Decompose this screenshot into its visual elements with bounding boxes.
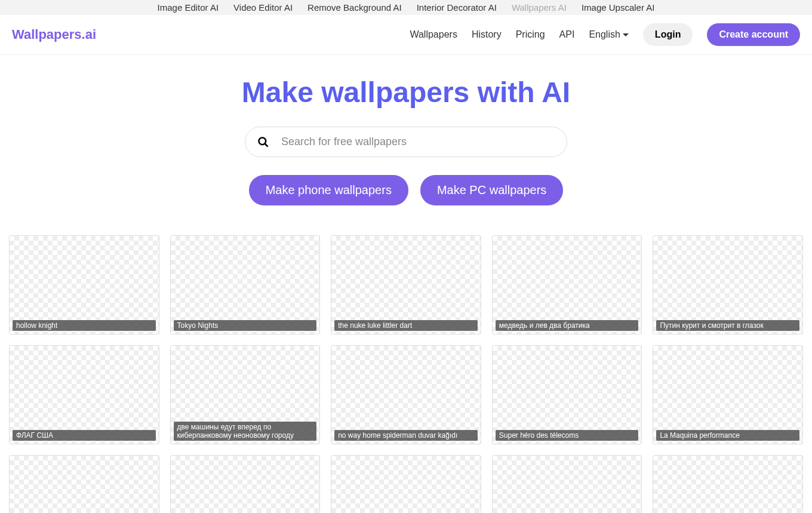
nav-history[interactable]: History [472, 29, 502, 40]
search-icon [257, 136, 269, 148]
wallpaper-card[interactable]: hollow knight [9, 235, 159, 334]
login-button[interactable]: Login [643, 23, 693, 46]
wallpaper-caption: Super héro des télecoms [496, 430, 639, 441]
wallpaper-card[interactable]: leao da tribo de juda [170, 455, 321, 513]
wallpaper-caption: ФЛАГ США [13, 430, 156, 441]
top-bar-interior-decorator[interactable]: Interior Decorator AI [417, 2, 497, 13]
wallpaper-card[interactable]: no way home spiderman duvar kağıdı [331, 345, 481, 444]
wallpaper-caption: две машины едут вперед по киберпанковому… [174, 422, 317, 441]
header: Wallpapers.ai Wallpapers History Pricing… [0, 15, 812, 55]
search-box[interactable] [245, 127, 567, 157]
wallpaper-card[interactable]: медведь и лев два братика [492, 235, 642, 334]
svg-line-1 [265, 143, 268, 146]
wallpaper-card[interactable]: две машины едут вперед по киберпанковому… [170, 345, 321, 444]
brand-logo[interactable]: Wallpapers.ai [12, 27, 96, 42]
nav-pricing[interactable]: Pricing [516, 29, 545, 40]
svg-point-0 [259, 137, 266, 145]
create-account-button[interactable]: Create account [707, 23, 800, 46]
make-pc-wallpapers-button[interactable]: Make PC wallpapers [420, 175, 563, 205]
top-bar-video-editor[interactable]: Video Editor AI [233, 2, 293, 13]
search-input[interactable] [281, 136, 555, 148]
wallpaper-card[interactable]: Super héro des télecoms [492, 345, 642, 444]
top-bar: Image Editor AI Video Editor AI Remove B… [0, 0, 812, 15]
top-bar-remove-bg[interactable]: Remove Background AI [307, 2, 402, 13]
top-bar-image-upscaler[interactable]: Image Upscaler AI [582, 2, 655, 13]
wallpaper-grid: hollow knight Tokyo Nights the nuke luke… [0, 217, 812, 513]
wallpaper-card[interactable]: the nuke luke littler dart [331, 235, 481, 334]
wallpaper-caption: Tokyo Nights [174, 320, 317, 331]
language-label: English [589, 29, 620, 40]
wallpaper-caption: La Maquina performance [656, 430, 799, 441]
top-bar-wallpapers[interactable]: Wallpapers AI [512, 2, 567, 13]
wallpaper-card[interactable]: La Maquina performance [653, 345, 803, 444]
wallpaper-card[interactable]: utilize o logo da dc sonorização e crie … [653, 455, 803, 513]
main-nav: Wallpapers History Pricing API English L… [410, 23, 800, 46]
nav-api[interactable]: API [559, 29, 575, 40]
wallpaper-card[interactable]: سكس مايا [331, 455, 481, 513]
chevron-down-icon [623, 33, 629, 36]
wallpaper-card[interactable]: Tokyo Nights [170, 235, 321, 334]
wallpaper-caption: the nuke luke littler dart [334, 320, 478, 331]
wallpaper-caption: Путин курит и смотрит в глазок [656, 320, 799, 331]
make-phone-wallpapers-button[interactable]: Make phone wallpapers [249, 175, 408, 205]
wallpaper-card[interactable]: Itachi [9, 455, 159, 513]
nav-wallpapers[interactable]: Wallpapers [410, 29, 457, 40]
hero-actions: Make phone wallpapers Make PC wallpapers [0, 175, 812, 205]
wallpaper-caption: медведь и лев два братика [496, 320, 639, 331]
wallpaper-caption: no way home spiderman duvar kağıdı [334, 430, 478, 441]
wallpaper-caption: hollow knight [13, 320, 156, 331]
wallpaper-card[interactable]: Путин курит и смотрит в глазок [653, 235, 803, 334]
wallpaper-card[interactable]: ФЛАГ США [9, 345, 159, 444]
hero: Make wallpapers with AI Make phone wallp… [0, 55, 812, 217]
hero-title: Make wallpapers with AI [0, 76, 812, 109]
language-selector[interactable]: English [589, 29, 628, 40]
top-bar-image-editor[interactable]: Image Editor AI [158, 2, 219, 13]
wallpaper-card[interactable]: سكس نيك محارم [492, 455, 642, 513]
